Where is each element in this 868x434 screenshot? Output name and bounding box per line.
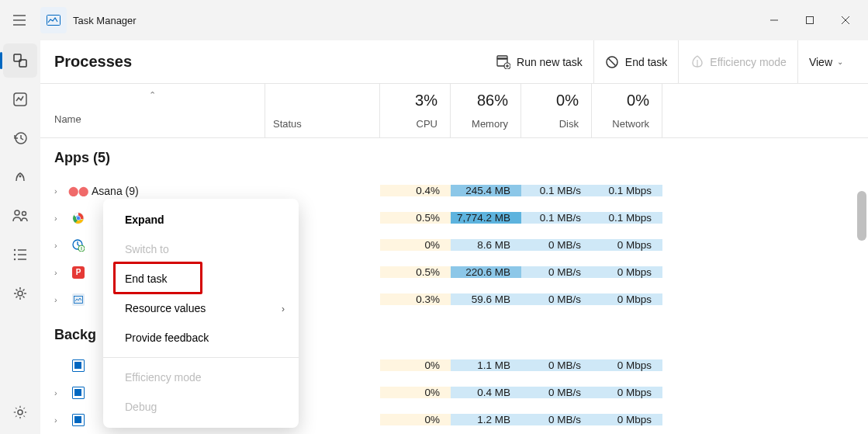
sidebar-item-processes[interactable]: [3, 43, 37, 78]
chevron-right-icon: ›: [282, 304, 285, 314]
expander-icon[interactable]: ›: [54, 186, 65, 196]
performance-icon: [12, 92, 28, 107]
maximize-icon: [805, 16, 814, 25]
view-dropdown[interactable]: View ⌄: [797, 40, 854, 83]
app-p-icon: P: [71, 266, 85, 279]
svg-rect-5: [807, 17, 814, 24]
sidebar-item-performance[interactable]: [3, 82, 37, 116]
run-task-icon: [496, 55, 510, 69]
column-header-network[interactable]: 0%Network: [592, 84, 662, 137]
cpu-cell: 0.5%: [380, 212, 451, 224]
disk-cell: 0 MB/s: [521, 239, 592, 251]
context-end-task[interactable]: End task: [103, 264, 299, 293]
svg-point-19: [14, 259, 16, 260]
task-manager-icon: [47, 15, 61, 26]
minimize-icon: [769, 16, 779, 25]
maximize-button[interactable]: [792, 9, 828, 32]
separator: [103, 357, 299, 358]
svg-point-17: [14, 254, 16, 255]
sidebar-item-users[interactable]: [3, 199, 37, 233]
cpu-cell: 0%: [380, 359, 451, 371]
disk-cell: 0 MB/s: [521, 387, 592, 398]
efficiency-mode-label: Efficiency mode: [710, 56, 787, 68]
svg-line-29: [608, 58, 615, 65]
network-cell: 0 Mbps: [592, 414, 662, 425]
column-header-cpu[interactable]: 3%CPU: [380, 84, 451, 137]
expander-icon[interactable]: ›: [54, 295, 65, 304]
memory-cell: 1.2 MB: [451, 414, 521, 425]
column-header-name[interactable]: ⌃ Name: [40, 84, 265, 137]
cpu-cell: 0%: [380, 239, 451, 251]
sidebar-item-app-history[interactable]: [3, 121, 37, 155]
svg-point-21: [18, 291, 22, 296]
minimize-button[interactable]: [756, 9, 792, 32]
context-provide-feedback[interactable]: Provide feedback: [103, 323, 299, 352]
hamburger-icon: [13, 15, 26, 26]
memory-cell: 220.6 MB: [451, 266, 521, 278]
end-task-button[interactable]: End task: [593, 40, 678, 83]
history-icon: [12, 130, 28, 146]
startup-icon: [12, 169, 28, 185]
context-switch-to: Switch to: [103, 234, 299, 264]
system-process-icon: [71, 413, 85, 427]
process-name: Asana (9): [92, 185, 139, 197]
services-icon: [12, 286, 28, 301]
expander-icon[interactable]: ›: [54, 241, 65, 250]
memory-cell: 1.1 MB: [451, 359, 521, 371]
details-icon: [12, 248, 28, 261]
network-cell: 0 Mbps: [592, 266, 662, 278]
app-icon: [40, 7, 67, 33]
hamburger-menu-button[interactable]: [5, 5, 34, 35]
disk-cell: 0 MB/s: [521, 359, 592, 371]
app-title: Task Manager: [73, 15, 137, 26]
memory-cell: 7,774.2 MB: [451, 212, 521, 224]
sidebar-item-services[interactable]: [3, 276, 37, 311]
context-efficiency-mode: Efficiency mode: [103, 363, 299, 392]
column-header-status[interactable]: Status: [265, 84, 380, 137]
table-header: ⌃ Name Status 3%CPU 86%Memory 0%Disk 0%N…: [40, 84, 868, 138]
chevron-down-icon: ⌄: [837, 57, 843, 66]
system-process-icon: [71, 359, 85, 373]
window-controls: [756, 9, 863, 32]
close-button[interactable]: [828, 9, 863, 32]
context-expand[interactable]: Expand: [103, 205, 299, 234]
disk-cell: 0 MB/s: [521, 293, 592, 305]
memory-cell: 59.6 MB: [451, 293, 521, 305]
run-new-task-button[interactable]: Run new task: [486, 40, 593, 83]
sidebar-item-details[interactable]: [3, 238, 37, 272]
network-cell: 0 Mbps: [592, 359, 662, 371]
network-cell: 0 Mbps: [592, 293, 662, 305]
svg-point-14: [22, 212, 26, 216]
asana-icon: ⬤⬤: [71, 184, 85, 198]
network-cell: 0.1 Mbps: [592, 212, 662, 224]
sidebar-item-startup[interactable]: [3, 160, 37, 194]
svg-point-15: [14, 249, 16, 251]
sidebar-item-settings[interactable]: [3, 395, 37, 429]
disk-cell: 0 MB/s: [521, 414, 592, 425]
system-process-icon: [71, 386, 85, 400]
processes-icon: [12, 53, 28, 68]
expander-icon[interactable]: ›: [54, 268, 65, 277]
disk-cell: 0 MB/s: [521, 266, 592, 278]
section-apps[interactable]: Apps (5): [40, 138, 868, 177]
network-cell: 0.1 Mbps: [592, 185, 662, 196]
efficiency-icon: [690, 55, 704, 69]
context-debug: Debug: [103, 392, 299, 422]
expander-icon[interactable]: ›: [54, 388, 65, 398]
disk-cell: 0.1 MB/s: [521, 185, 592, 196]
context-menu: Expand Switch to End task Resource value…: [103, 199, 299, 428]
cpu-cell: 0%: [380, 387, 451, 398]
efficiency-mode-button: Efficiency mode: [678, 40, 797, 83]
context-resource-values[interactable]: Resource values›: [103, 293, 299, 323]
gear-icon: [12, 404, 28, 420]
expander-icon[interactable]: ›: [54, 415, 65, 425]
memory-cell: 245.4 MB: [451, 185, 521, 196]
column-header-memory[interactable]: 86%Memory: [451, 84, 521, 137]
svg-rect-24: [497, 56, 507, 59]
users-icon: [12, 208, 29, 224]
expander-icon[interactable]: ›: [54, 214, 65, 223]
scrollbar-thumb[interactable]: [857, 191, 866, 241]
svg-point-22: [18, 410, 22, 415]
column-header-disk[interactable]: 0%Disk: [521, 84, 592, 137]
end-task-icon: [605, 55, 619, 69]
